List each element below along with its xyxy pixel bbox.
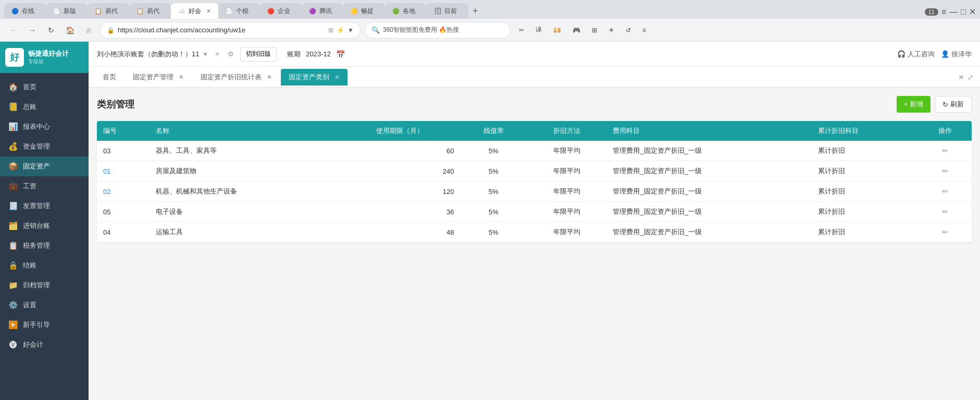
tab-close-5[interactable]: ✕ [206, 8, 211, 15]
edit-icon-0[interactable]: ✏ [942, 147, 948, 155]
sidebar-label-closing: 结账 [23, 261, 36, 270]
browser-tab-9[interactable]: 🟡 畅提 [343, 3, 385, 19]
tab-home[interactable]: 首页 [95, 69, 124, 86]
brightness-button[interactable]: ☀ [604, 23, 618, 38]
edit-icon-4[interactable]: ✏ [942, 228, 948, 236]
tab-fixed-mgmt-close[interactable]: ✕ [179, 74, 184, 81]
tab-menu-icon[interactable]: ≡ [941, 7, 946, 17]
tab-depreciation-close[interactable]: ✕ [267, 74, 272, 81]
game-button[interactable]: 🎮 [568, 23, 585, 38]
cut-button[interactable]: ✂ [515, 23, 528, 38]
inventory-icon: 🗂️ [8, 221, 18, 231]
page-header: 类别管理 + 新增 ↻ 刷新 [97, 96, 972, 113]
browser-tab-1[interactable]: 🔵 在线 [4, 3, 46, 19]
col-code: 编号 [97, 121, 150, 141]
undo-button[interactable]: ↺ [622, 23, 635, 38]
tab-panel-expand-icon[interactable]: ⤢ [967, 73, 974, 81]
sidebar-item-archive[interactable]: 📁 归档管理 [0, 275, 89, 295]
tab-count-badge: 11 [925, 8, 938, 16]
grid-button[interactable]: ⊞ [588, 23, 601, 38]
cell-name-2: 机器、机械和其他生产设备 [150, 181, 339, 202]
add-account-icon[interactable]: ＋ [213, 49, 221, 59]
sidebar-item-ledger[interactable]: 📒 总账 [0, 97, 89, 117]
invoice-icon: 🧾 [8, 201, 18, 211]
cell-action-4: ✏ [919, 222, 972, 243]
search-bar[interactable]: 🔍 360智能抠图免费用 🔥热搜 [365, 22, 511, 39]
minimize-icon[interactable]: — [949, 7, 958, 17]
toolbar-actions: ✂ 译 💴 🎮 ⊞ ☀ ↺ ≡ [515, 23, 650, 38]
funds-icon: 💰 [8, 142, 18, 151]
tab-panel-close-icon[interactable]: ✕ [958, 73, 964, 81]
tax-icon: 📋 [8, 241, 18, 250]
address-dropdown-icon[interactable]: ▼ [348, 27, 354, 34]
sidebar-item-invoice[interactable]: 🧾 发票管理 [0, 196, 89, 216]
reload-button[interactable]: ↻ [44, 23, 58, 38]
translate-button[interactable]: 译 [531, 23, 546, 38]
consult-action[interactable]: 🎧 人工咨询 [897, 50, 935, 59]
tab-favicon-3: 📋 [95, 7, 102, 15]
browser-tab-11[interactable]: 🅂 目前 [427, 3, 468, 19]
sidebar-item-settings[interactable]: ⚙️ 设置 [0, 295, 89, 315]
cell-name-1: 房屋及建筑物 [150, 161, 339, 181]
settings-gear[interactable]: ⚙ [228, 50, 234, 58]
refresh-label: 刷新 [950, 100, 964, 109]
home-icon: 🏠 [8, 82, 18, 92]
closing-icon: 🔒 [8, 261, 18, 270]
browser-tab-6[interactable]: 📄 个税 [218, 3, 260, 19]
add-button[interactable]: + 新增 [897, 96, 931, 113]
browser-tab-7[interactable]: 🔴 企业 [260, 3, 302, 19]
refresh-button[interactable]: ↻ 刷新 [935, 96, 972, 113]
menu-button[interactable]: ≡ [638, 23, 650, 38]
col-action: 操作 [919, 121, 972, 141]
cell-period-3: 36 [339, 202, 461, 222]
browser-tab-2[interactable]: 📄 新版 [46, 3, 88, 19]
lock-icon: 🔒 [107, 27, 115, 34]
browser-tab-10[interactable]: 🟢 各地 [385, 3, 427, 19]
sidebar: 好 畅捷通好会计 专版版 🏠 首页 📒 总账 📊 报表中心 [0, 42, 89, 400]
user-profile-action[interactable]: 👤 徐泽华 [941, 50, 972, 59]
sidebar-item-guide[interactable]: ▶️ 新手引导 [0, 315, 89, 335]
forward-button[interactable]: → [25, 23, 40, 38]
sidebar-item-closing[interactable]: 🔒 结账 [0, 256, 89, 275]
tab-depreciation[interactable]: 固定资产折旧统计表 ✕ [193, 69, 280, 86]
code-link-2[interactable]: 02 [103, 188, 110, 196]
edit-icon-2[interactable]: ✏ [942, 187, 948, 196]
wallet-button[interactable]: 💴 [549, 23, 565, 38]
sidebar-item-home[interactable]: 🏠 首页 [0, 77, 89, 97]
table-row: 02 机器、机械和其他生产设备 120 5% 年限平均 管理费用_固定资产折旧_… [97, 181, 972, 202]
edit-icon-3[interactable]: ✏ [942, 208, 948, 216]
edit-icon-1[interactable]: ✏ [942, 167, 948, 175]
user-account-text: 刘小艳演示账套（勿删勿动！）11 [97, 50, 199, 59]
calendar-icon[interactable]: 📅 [336, 50, 345, 58]
tab-fixed-mgmt[interactable]: 固定资产管理 ✕ [125, 69, 192, 86]
tab-category[interactable]: 固定资产类别 ✕ [281, 69, 348, 86]
sidebar-item-reports[interactable]: 📊 报表中心 [0, 117, 89, 137]
close-window-icon[interactable]: ✕ [969, 7, 976, 17]
maximize-icon[interactable]: □ [961, 7, 966, 17]
sidebar-item-inventory[interactable]: 🗂️ 进销台账 [0, 216, 89, 236]
home-button[interactable]: 🏠 [63, 23, 77, 38]
browser-tab-4[interactable]: 📋 易代 [129, 3, 171, 19]
bookmark-button[interactable]: ☆ [81, 23, 96, 38]
page-title: 类别管理 [97, 98, 134, 111]
sidebar-item-funds[interactable]: 💰 资金管理 [0, 137, 89, 156]
sidebar-item-more[interactable]: 🅥 好会计 [0, 335, 89, 355]
browser-tab-3[interactable]: 📋 易代 [88, 3, 129, 19]
tab-favicon-10: 🟢 [392, 7, 400, 15]
switch-version-button[interactable]: 切到旧版 [240, 47, 277, 62]
address-bar[interactable]: 🔒 https://cloud.chanjet.com/accounting/u… [100, 22, 361, 39]
user-dropdown-icon[interactable]: ▼ [202, 51, 208, 57]
back-button[interactable]: ← [6, 23, 21, 38]
tab-category-close[interactable]: ✕ [334, 74, 340, 81]
ledger-icon: 📒 [8, 102, 18, 112]
new-tab-button[interactable]: + [468, 3, 482, 19]
sidebar-item-fixed-assets[interactable]: 📦 固定资产 [0, 156, 89, 176]
browser-tab-5[interactable]: ☁️ 好会 ✕ [171, 3, 218, 19]
cell-method-4: 年限平均 [527, 222, 607, 243]
tab-label-10: 各地 [403, 7, 415, 16]
browser-tab-8[interactable]: 🟣 腾讯 [302, 3, 343, 19]
code-link-1[interactable]: 01 [103, 167, 110, 175]
fixed-assets-icon: 📦 [8, 162, 18, 171]
sidebar-item-payroll[interactable]: 💼 工资 [0, 176, 89, 196]
sidebar-item-tax[interactable]: 📋 税务管理 [0, 236, 89, 256]
